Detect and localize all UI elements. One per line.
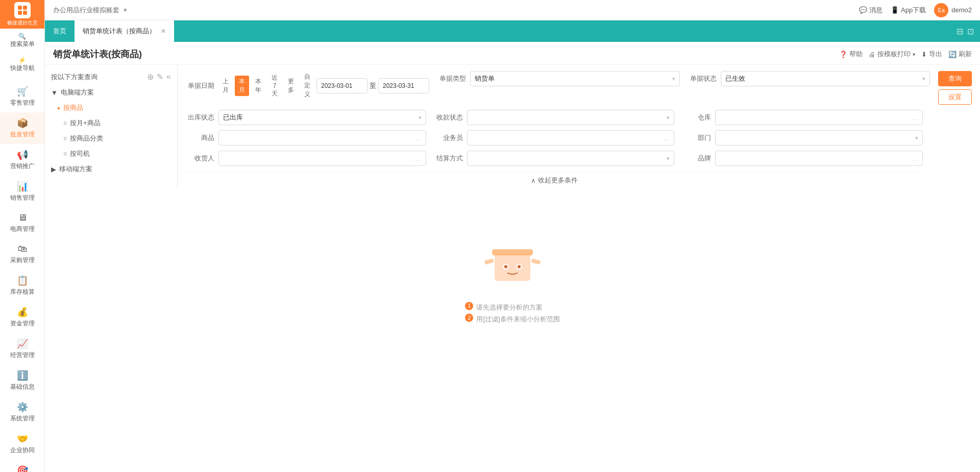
filter-sidebar-title: 按以下方案查询	[51, 73, 97, 82]
sidebar-item-purchase[interactable]: 🛍 采购管理	[0, 239, 45, 270]
salesman-input[interactable]: …	[467, 130, 675, 146]
dept-input[interactable]: ▾	[715, 130, 923, 146]
filter-field-salesman: 业务员 …	[434, 130, 675, 146]
tip-num-1: 1	[465, 302, 473, 310]
date-start-input[interactable]: 2023-03-01	[316, 78, 368, 93]
docstatus-input[interactable]: 已生效 ▾	[721, 71, 930, 86]
tab-sales-stats[interactable]: 销货单统计表（按商品） ✕	[75, 20, 174, 42]
date-more-btn[interactable]: 更多	[284, 76, 298, 96]
outstatus-arrow: ▾	[419, 114, 422, 121]
payment-label: 收款状态	[434, 113, 467, 122]
export-button[interactable]: ⬇ 导出	[921, 50, 942, 59]
date-7days-btn[interactable]: 近7天	[267, 72, 282, 100]
refresh-button[interactable]: 🔄 刷新	[948, 50, 972, 59]
tab-home[interactable]: 首页	[45, 20, 75, 42]
date-end-input[interactable]: 2023-03-31	[378, 78, 429, 93]
doctype-value: 销货单	[475, 74, 495, 83]
date-quick-group: 上月 本月 本年 近7天 更多 自定义 2023-03-01 至	[218, 71, 429, 100]
inventory-icon: 📋	[17, 275, 28, 286]
sidebar-item-ecommerce[interactable]: 🖥 电商管理	[0, 207, 45, 239]
operations-icon: 📈	[17, 338, 28, 349]
sidebar-item-retail[interactable]: 🛒 零售管理	[0, 81, 45, 112]
outstatus-input[interactable]: 已出库 ▾	[218, 110, 426, 125]
svg-rect-3	[23, 11, 27, 15]
tree-item-by-goods[interactable]: ● 按商品	[45, 100, 177, 115]
warehouse-label: 仓库	[682, 113, 715, 122]
tab-close-button[interactable]: ✕	[161, 28, 166, 35]
doctype-input[interactable]: 销货单 ▾	[470, 71, 680, 86]
tree-desktop-section[interactable]: ▼ 电脑端方案	[45, 85, 177, 100]
tree-item-by-driver[interactable]: ≡ 按司机	[45, 146, 177, 161]
wholesale-icon: 📦	[17, 117, 28, 129]
empty-svg	[482, 230, 543, 291]
tree-item-by-category[interactable]: ≡ 按商品分类	[45, 131, 177, 146]
filter-row-1: 单据日期 上月 本月 本年 近7天 更多 自定义 2023-03-01	[186, 71, 972, 105]
payment-arrow: ▾	[667, 114, 670, 121]
filter-field-goods: 商品 …	[186, 130, 426, 146]
sidebar-item-sales[interactable]: 📊 销售管理	[0, 176, 45, 207]
query-button[interactable]: 查询	[938, 71, 972, 86]
collab-icon: 🤝	[17, 433, 28, 444]
docstatus-value: 已生效	[725, 74, 745, 83]
sidebar-item-marketing[interactable]: 📢 营销推广	[0, 144, 45, 176]
sub-item-label: 按司机	[70, 149, 90, 158]
goods-input[interactable]: …	[218, 130, 426, 146]
date-curr-month-btn[interactable]: 本月	[235, 76, 249, 96]
sidebar-item-finance[interactable]: 💰 资金管理	[0, 301, 45, 333]
marketing-icon: 📢	[17, 149, 28, 160]
app-download-label: App下载	[901, 6, 926, 15]
tip-text-2: 用[过滤]条件来缩小分析范围	[476, 313, 559, 325]
user-name: demo2	[951, 6, 972, 14]
filter-field-date: 单据日期 上月 本月 本年 近7天 更多 自定义 2023-03-01	[186, 71, 429, 100]
page-title: 销货单统计表(按商品)	[53, 48, 839, 60]
payment-input[interactable]: ▾	[467, 110, 675, 125]
edit-scheme-button[interactable]: ✎	[157, 72, 163, 82]
list-icon-1: ≡	[63, 120, 67, 127]
message-button[interactable]: 💬 消息	[859, 6, 883, 15]
settings-button[interactable]: 设置	[938, 89, 972, 105]
sidebar: 畅捷通好生意 🔍 搜索菜单 ⚡ 快捷导航 🛒 零售管理 📦 批发管理 📢 营销推…	[0, 0, 45, 472]
recipient-input[interactable]: …	[218, 151, 426, 166]
print-button[interactable]: 🖨 按模板打印 ▾	[869, 50, 915, 59]
sidebar-item-operations[interactable]: 📈 经营管理	[0, 333, 45, 365]
sidebar-item-inventory[interactable]: 📋 库存核算	[0, 270, 45, 301]
date-custom-btn[interactable]: 自定义	[300, 71, 314, 100]
date-prev-month-btn[interactable]: 上月	[218, 76, 233, 96]
list-icon-2: ≡	[63, 135, 67, 142]
sidebar-item-basic[interactable]: ℹ️ 基础信息	[0, 365, 45, 396]
salesman-label: 业务员	[434, 133, 467, 143]
collapse-bar[interactable]: ∧ 收起更多条件	[186, 171, 923, 189]
sidebar-item-quicknav[interactable]: ⚡ 快捷导航	[0, 53, 45, 77]
doctype-arrow: ▾	[672, 76, 675, 82]
tree-mobile-section[interactable]: ▶ 移动端方案	[45, 161, 177, 177]
salesman-dots: …	[663, 134, 670, 142]
collapse-sidebar-button[interactable]: «	[166, 72, 171, 82]
sidebar-item-search[interactable]: 🔍 搜索菜单	[0, 29, 45, 53]
sidebar-item-guide[interactable]: 🎯 新手引导	[0, 460, 45, 472]
sidebar-item-collab[interactable]: 🤝 企业协同	[0, 428, 45, 460]
topbar-arrow[interactable]: ▾	[124, 6, 127, 14]
sub-item-label: 按商品分类	[70, 134, 103, 143]
sidebar-item-system[interactable]: ⚙️ 系统管理	[0, 396, 45, 428]
topbar-right: 💬 消息 📱 App下载 Ea demo2	[859, 3, 972, 17]
tab-minimize-button[interactable]: ⊟	[957, 27, 963, 36]
app-download-button[interactable]: 📱 App下载	[891, 6, 926, 15]
sidebar-item-label: 批发管理	[10, 130, 35, 139]
dept-label: 部门	[682, 133, 715, 143]
sidebar-item-wholesale[interactable]: 📦 批发管理	[0, 112, 45, 144]
print-icon: 🖨	[869, 51, 875, 58]
brand-input[interactable]: …	[715, 151, 923, 166]
svg-rect-11	[531, 258, 541, 265]
topbar-title: 办公用品行业模拟账套	[53, 6, 119, 15]
warehouse-input[interactable]: …	[715, 110, 923, 125]
sidebar-item-label: 系统管理	[10, 414, 35, 423]
user-menu[interactable]: Ea demo2	[934, 3, 972, 17]
user-avatar-text: Ea	[938, 7, 945, 13]
help-button[interactable]: ❓ 帮助	[839, 50, 863, 59]
add-scheme-button[interactable]: ⊕	[147, 72, 154, 82]
settlement-input[interactable]: ▾	[467, 151, 675, 166]
tab-maximize-button[interactable]: ⊡	[967, 27, 974, 36]
date-year-btn[interactable]: 本年	[251, 76, 265, 96]
tree-item-by-month-goods[interactable]: ≡ 按月+商品	[45, 115, 177, 131]
svg-rect-1	[23, 6, 27, 10]
